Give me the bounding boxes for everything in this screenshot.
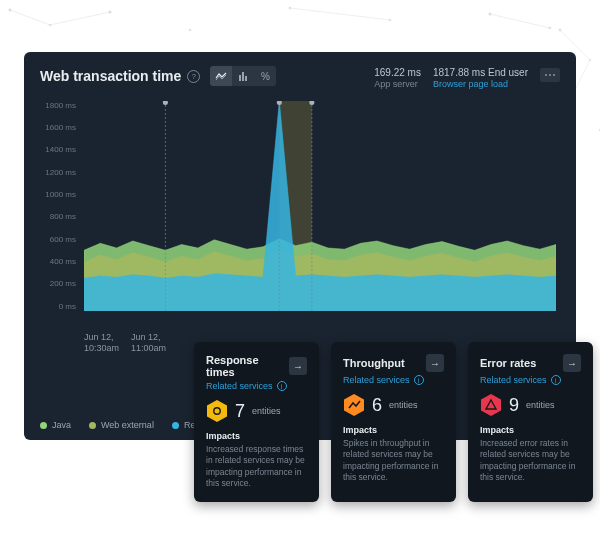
svg-point-1 <box>49 24 51 26</box>
svg-line-10 <box>290 8 390 20</box>
count-label: entities <box>526 400 555 410</box>
impact-card-throughput: Throughput → Related services i 6 entiti… <box>331 342 456 502</box>
alert-icon <box>480 393 502 417</box>
stat-end-user: 1817.88 ms End user Browser page load <box>433 66 528 91</box>
impacts-description: Increased response times in related serv… <box>206 444 307 490</box>
related-services-link[interactable]: Related services i <box>480 375 581 385</box>
impact-card-error-rates: Error rates → Related services i 9 entit… <box>468 342 593 502</box>
plot[interactable] <box>84 101 556 311</box>
info-icon[interactable]: i <box>277 381 287 391</box>
legend-label: Web external <box>101 420 154 430</box>
swatch-icon <box>89 422 96 429</box>
svg-point-4 <box>289 7 291 9</box>
series-area <box>84 101 556 311</box>
y-axis: 1800 ms1600 ms1400 ms1200 ms1000 ms800 m… <box>40 101 80 311</box>
y-tick: 1600 ms <box>40 123 80 132</box>
info-icon[interactable]: i <box>551 375 561 385</box>
y-tick: 0 ms <box>40 302 80 311</box>
impacts-heading: Impacts <box>206 431 307 441</box>
card-title: Error rates <box>480 357 536 369</box>
card-title: Throughput <box>343 357 405 369</box>
impact-card-response-times: Response times → Related services i 7 en… <box>194 342 319 502</box>
card-title: Response times <box>206 354 289 378</box>
more-menu-icon[interactable]: ⋯ <box>540 68 560 82</box>
count-label: entities <box>252 406 281 416</box>
chart-area: 1800 ms1600 ms1400 ms1200 ms1000 ms800 m… <box>40 101 560 331</box>
impact-cards: Response times → Related services i 7 en… <box>194 342 593 502</box>
svg-rect-20 <box>245 76 247 81</box>
y-tick: 400 ms <box>40 257 80 266</box>
y-tick: 600 ms <box>40 235 80 244</box>
svg-point-3 <box>189 29 191 31</box>
swatch-icon <box>172 422 179 429</box>
y-tick: 1400 ms <box>40 145 80 154</box>
info-icon[interactable]: i <box>414 375 424 385</box>
browser-page-load-link[interactable]: Browser page load <box>433 79 528 91</box>
panel-header: Web transaction time ? % 169.22 ms App s… <box>40 66 560 91</box>
impacts-heading: Impacts <box>480 425 581 435</box>
svg-line-8 <box>10 10 50 25</box>
related-services-link[interactable]: Related services i <box>343 375 444 385</box>
hex-badge-icon <box>206 399 228 423</box>
svg-point-2 <box>109 11 112 14</box>
count-value: 6 <box>372 395 382 416</box>
y-tick: 1800 ms <box>40 101 80 110</box>
impacts-description: Increased error rates in related service… <box>480 438 581 484</box>
entity-count: 9 entities <box>480 393 581 417</box>
stat-app-server: 169.22 ms App server <box>374 66 421 91</box>
y-tick: 800 ms <box>40 212 80 221</box>
panel-title: Web transaction time <box>40 68 181 84</box>
x-tick: Jun 12,10:30am <box>84 332 119 355</box>
svg-line-9 <box>50 12 110 25</box>
count-value: 9 <box>509 395 519 416</box>
svg-rect-19 <box>242 72 244 81</box>
chart-mode-toggle: % <box>210 66 276 86</box>
entity-count: 6 entities <box>343 393 444 417</box>
toggle-percent-icon[interactable]: % <box>254 66 276 86</box>
y-tick: 200 ms <box>40 279 80 288</box>
toggle-line-icon[interactable] <box>210 66 232 86</box>
svg-point-7 <box>549 27 551 29</box>
svg-point-12 <box>559 29 561 31</box>
stat-app-server-value: 169.22 ms <box>374 66 421 79</box>
help-icon[interactable]: ? <box>187 70 200 83</box>
x-tick: Jun 12,11:00am <box>131 332 166 355</box>
svg-point-6 <box>489 13 491 15</box>
svg-point-5 <box>389 19 391 21</box>
arrow-right-icon[interactable]: → <box>289 357 307 375</box>
swatch-icon <box>40 422 47 429</box>
entity-count: 7 entities <box>206 399 307 423</box>
svg-point-0 <box>9 9 11 11</box>
related-services-link[interactable]: Related services i <box>206 381 307 391</box>
impacts-heading: Impacts <box>343 425 444 435</box>
count-label: entities <box>389 400 418 410</box>
svg-line-11 <box>490 14 550 28</box>
count-value: 7 <box>235 401 245 422</box>
arrow-right-icon[interactable]: → <box>563 354 581 372</box>
y-tick: 1000 ms <box>40 190 80 199</box>
svg-rect-18 <box>239 75 241 81</box>
legend-java[interactable]: Java <box>40 420 71 430</box>
y-tick: 1200 ms <box>40 168 80 177</box>
impacts-description: Spikes in throughput in related services… <box>343 438 444 484</box>
arrow-right-icon[interactable]: → <box>426 354 444 372</box>
legend-label: Java <box>52 420 71 430</box>
legend-web-external[interactable]: Web external <box>89 420 154 430</box>
trend-up-icon <box>343 393 365 417</box>
stat-app-server-label: App server <box>374 79 421 91</box>
svg-point-13 <box>589 59 591 61</box>
marker-dot-icon <box>163 101 168 105</box>
toggle-bar-icon[interactable] <box>232 66 254 86</box>
stat-end-user-value: 1817.88 ms End user <box>433 66 528 79</box>
